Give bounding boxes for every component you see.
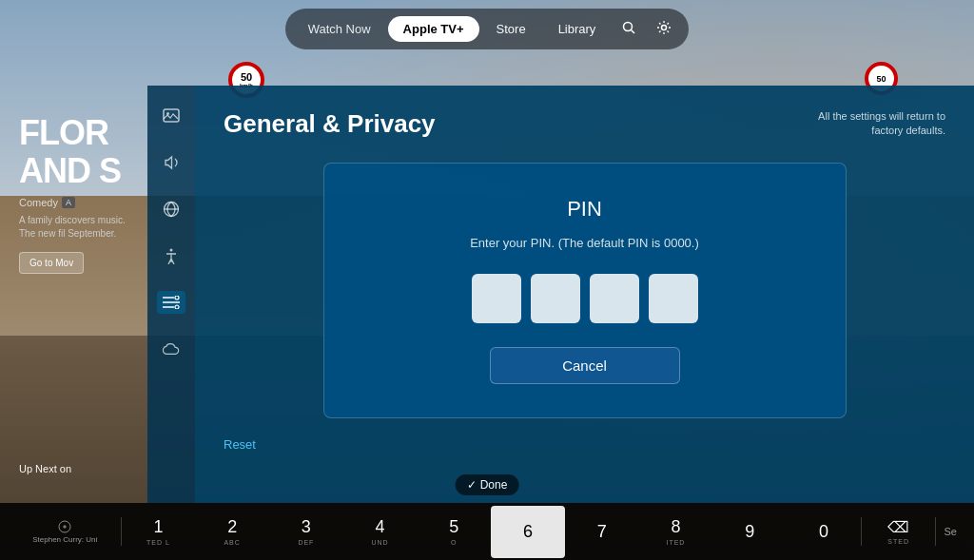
nav-pill: Watch Now Apple TV+ Store Library bbox=[285, 9, 690, 49]
digit-6: 6 bbox=[523, 522, 533, 542]
movie-description: A family discovers music. The new fil Se… bbox=[19, 214, 133, 241]
movie-meta: Comedy A bbox=[19, 197, 133, 208]
pin-box-3[interactable] bbox=[590, 274, 639, 323]
nav-item-library[interactable]: Library bbox=[543, 16, 612, 42]
rating-badge: A bbox=[62, 197, 75, 208]
checkmark-icon: ✓ bbox=[467, 478, 477, 492]
digit-4: 4 bbox=[376, 517, 385, 537]
numpad-key-9[interactable]: 9 bbox=[712, 506, 787, 558]
numpad-key-1[interactable]: 1 Ted L bbox=[122, 506, 196, 558]
pin-instruction: Enter your PIN. (The default PIN is 0000… bbox=[362, 236, 808, 250]
reset-link[interactable]: Reset bbox=[224, 437, 945, 452]
settings-title: General & Privacy bbox=[224, 109, 436, 139]
sidebar-icon-accessibility[interactable] bbox=[157, 244, 185, 267]
settings-panel: General & Privacy All the settings will … bbox=[195, 86, 974, 503]
numpad-key-8[interactable]: 8 ited bbox=[639, 506, 713, 558]
bottom-numpad-bar: Stephen Curry: Uni 1 Ted L 2 ABC 3 DEF 4… bbox=[0, 503, 974, 560]
digit-9: 9 bbox=[745, 522, 754, 542]
svg-point-2 bbox=[662, 25, 667, 29]
search-icon[interactable] bbox=[613, 15, 645, 43]
pin-box-2[interactable] bbox=[531, 274, 580, 323]
svg-point-6 bbox=[170, 249, 173, 252]
pin-dialog-title: PIN bbox=[362, 197, 808, 222]
backspace-icon: ⌫ bbox=[887, 518, 909, 536]
sidebar-icon-list-settings[interactable] bbox=[157, 291, 185, 314]
pin-box-4[interactable] bbox=[649, 274, 698, 323]
pin-dialog: PIN Enter your PIN. (The default PIN is … bbox=[323, 163, 847, 418]
nav-item-apple-tv-plus[interactable]: Apple TV+ bbox=[388, 16, 479, 42]
pin-box-1[interactable] bbox=[472, 274, 521, 323]
svg-point-0 bbox=[624, 22, 633, 30]
sidebar-icon-audio[interactable] bbox=[157, 151, 185, 174]
numpad-key-3[interactable]: 3 DEF bbox=[269, 506, 343, 558]
numpad-key-7[interactable]: 7 bbox=[565, 506, 639, 558]
numpad-search-label: Se bbox=[936, 506, 964, 558]
svg-line-1 bbox=[632, 29, 635, 33]
sidebar-icon-image[interactable] bbox=[157, 105, 185, 127]
nav-item-store[interactable]: Store bbox=[481, 16, 541, 42]
numpad-key-2[interactable]: 2 ABC bbox=[195, 506, 269, 558]
numpad-item-stephen-curry: Stephen Curry: Uni bbox=[10, 506, 121, 558]
genre-label: Comedy bbox=[19, 197, 58, 208]
digit-1: 1 bbox=[153, 517, 163, 537]
navigation-bar: Watch Now Apple TV+ Store Library bbox=[0, 0, 974, 57]
digit-0: 0 bbox=[819, 522, 828, 542]
digit-2: 2 bbox=[227, 517, 237, 537]
settings-icon[interactable] bbox=[647, 14, 681, 44]
digit-7: 7 bbox=[597, 522, 607, 542]
sidebar-icon-cloud[interactable] bbox=[157, 338, 185, 360]
done-label: Done bbox=[480, 478, 508, 492]
digit-8: 8 bbox=[671, 517, 680, 537]
nav-item-watch-now[interactable]: Watch Now bbox=[293, 16, 386, 42]
backspace-button[interactable]: ⌫ sted bbox=[862, 506, 936, 558]
digit-5: 5 bbox=[449, 517, 458, 537]
up-next-label: Up Next on bbox=[0, 454, 90, 484]
svg-point-10 bbox=[175, 296, 179, 299]
numpad-key-0[interactable]: 0 bbox=[787, 506, 861, 558]
done-indicator: ✓ Done bbox=[456, 474, 519, 495]
numpad-key-5[interactable]: 5 o bbox=[417, 506, 491, 558]
digit-3: 3 bbox=[302, 517, 311, 537]
numpad-key-4[interactable]: 4 und bbox=[343, 506, 418, 558]
sidebar-icon-network[interactable] bbox=[157, 198, 185, 221]
svg-point-11 bbox=[175, 305, 179, 309]
movie-title: FLORAND S bbox=[19, 114, 133, 189]
svg-point-4 bbox=[166, 112, 169, 115]
go-to-movie-button[interactable]: Go to Mov bbox=[19, 252, 84, 274]
cancel-button[interactable]: Cancel bbox=[490, 347, 680, 384]
numpad-key-6[interactable]: 6 bbox=[491, 506, 565, 558]
movie-info-panel: FLORAND S Comedy A A family discovers mu… bbox=[0, 95, 152, 293]
settings-hint: All the settings will return to factory … bbox=[793, 109, 945, 139]
sidebar bbox=[147, 86, 195, 503]
numpad: Stephen Curry: Uni 1 Ted L 2 ABC 3 DEF 4… bbox=[0, 506, 974, 558]
settings-header: General & Privacy All the settings will … bbox=[224, 109, 945, 139]
pin-input-group bbox=[362, 274, 808, 323]
svg-rect-3 bbox=[164, 109, 179, 122]
